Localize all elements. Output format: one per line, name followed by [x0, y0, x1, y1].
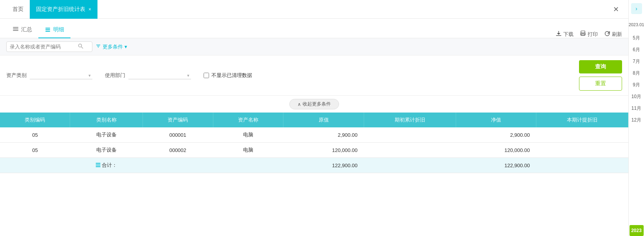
hide-cleared-checkbox[interactable]: [204, 73, 209, 78]
print-button[interactable]: 打印: [580, 30, 598, 38]
col-asset-name: 资产名称: [213, 113, 283, 127]
download-icon: [556, 30, 562, 38]
table-wrap: 类别编码 类别名称 资产编码 资产名称 原值 期初累计折旧 净值 本期计提折旧 …: [0, 113, 628, 236]
chevron-down-icon: ▾: [124, 44, 127, 50]
asset-category-field: 资产类别 ▾: [6, 72, 92, 79]
filter-actions: 查询 重置: [579, 60, 622, 91]
sidebar-month-item[interactable]: 12月: [630, 114, 644, 126]
collapse-button[interactable]: ∧ 收起更多条件: [289, 99, 339, 109]
cell-current-depreciation: [536, 127, 628, 143]
nav-tab-fixed-assets[interactable]: 固定资产折旧统计表 ×: [30, 0, 97, 19]
layers-icon: [13, 27, 19, 33]
more-conditions-toggle[interactable]: 更多条件 ▾: [96, 43, 127, 50]
cell-asset-code: 000001: [143, 127, 213, 143]
svg-rect-8: [581, 34, 584, 36]
total-accum-depreciation: [364, 158, 456, 173]
col-current-depreciation: 本期计提折旧: [536, 113, 628, 127]
cell-asset-name: 电脑: [213, 143, 283, 158]
nav-tab-label: 固定资产折旧统计表: [36, 6, 85, 13]
chevron-up-icon: ∧: [298, 102, 301, 107]
sidebar-year[interactable]: 2023: [630, 225, 644, 236]
col-category-code: 类别编码: [0, 113, 70, 127]
sidebar-collapse-arrow[interactable]: ›: [631, 3, 642, 14]
total-cell-empty2: [143, 158, 213, 173]
reset-button[interactable]: 重置: [579, 77, 622, 91]
sidebar-month-item[interactable]: 8月: [630, 67, 644, 79]
total-net-value: 122,900.00: [456, 158, 536, 173]
cell-current-depreciation: [536, 143, 628, 158]
department-label: 使用部门: [105, 72, 125, 79]
cell-asset-code: 000002: [143, 143, 213, 158]
table-body: 05 电子设备 000001 电脑 2,900.00 2,900.00 05 电…: [0, 127, 628, 173]
tab-detail-label: 明细: [53, 26, 64, 33]
department-field: 使用部门 ▾: [105, 72, 191, 79]
collapse-bar: ∧ 收起更多条件: [0, 95, 628, 113]
sidebar-month-item[interactable]: 7月: [630, 55, 644, 67]
svg-rect-0: [13, 29, 18, 29]
more-conditions-label: 更多条件: [103, 43, 123, 50]
sidebar-month-item[interactable]: 6月: [630, 44, 644, 55]
sidebar-month-item[interactable]: 11月: [630, 102, 644, 114]
tab-summary-label: 汇总: [21, 26, 32, 33]
download-button[interactable]: 下载: [556, 30, 574, 38]
asset-category-label: 资产类别: [6, 72, 27, 79]
svg-rect-1: [13, 30, 18, 31]
tab-detail[interactable]: 明细: [38, 22, 70, 38]
cell-category-code: 05: [0, 143, 70, 158]
download-label: 下载: [563, 31, 574, 38]
cell-accum-depreciation: [364, 127, 456, 143]
query-button[interactable]: 查询: [579, 60, 622, 73]
asset-category-select[interactable]: [30, 72, 92, 79]
sidebar-month-item[interactable]: 5月: [630, 32, 644, 44]
sidebar-months: 5月6月7月8月9月10月11月12月: [630, 32, 644, 126]
total-cell-empty3: [213, 158, 283, 173]
asset-category-select-wrap: ▾: [30, 72, 92, 79]
search-input[interactable]: [10, 44, 76, 50]
filter-icon: [96, 43, 101, 50]
collapse-label: 收起更多条件: [303, 101, 331, 107]
col-asset-code: 资产编码: [143, 113, 213, 127]
refresh-button[interactable]: 刷新: [604, 30, 622, 38]
print-icon: [580, 30, 586, 38]
total-label-cell: ☰ 合计：: [70, 158, 143, 173]
refresh-icon: [604, 30, 610, 38]
cell-net-value: 120,000.00: [456, 143, 536, 158]
cell-original-value: 120,000.00: [283, 143, 364, 158]
col-accum-depreciation: 期初累计折旧: [364, 113, 456, 127]
search-icon: [78, 43, 83, 50]
search-input-wrap[interactable]: [6, 41, 92, 52]
sidebar-month-item[interactable]: 10月: [630, 91, 644, 102]
table-total-row: ☰ 合计： 122,900.00 122,900.00: [0, 158, 628, 173]
table-header-row: 类别编码 类别名称 资产编码 资产名称 原值 期初累计折旧 净值 本期计提折旧: [0, 113, 628, 127]
right-sidebar: › 2023.01 5月6月7月8月9月10月11月12月 2023: [628, 0, 644, 236]
date-label: 2023.01: [630, 19, 644, 30]
svg-point-9: [79, 44, 82, 47]
svg-rect-3: [45, 28, 50, 29]
total-icon: ☰: [96, 162, 101, 168]
filter-area: 资产类别 ▾ 使用部门 ▾ 不显示已清: [0, 55, 628, 95]
col-original-value: 原值: [283, 113, 364, 127]
page-container: 汇总 明细 下载 打: [0, 19, 628, 236]
cell-category-name: 电子设备: [70, 143, 143, 158]
print-label: 打印: [588, 31, 598, 38]
col-net-value: 净值: [456, 113, 536, 127]
total-cell-empty1: [0, 158, 70, 173]
svg-rect-2: [13, 27, 18, 28]
list-icon: [45, 27, 51, 33]
tab-summary[interactable]: 汇总: [6, 22, 38, 38]
table-row: 05 电子设备 000001 电脑 2,900.00 2,900.00: [0, 127, 628, 143]
nav-home[interactable]: 首页: [6, 0, 30, 19]
nav-tab-close-icon[interactable]: ×: [88, 7, 91, 12]
sidebar-month-item[interactable]: 9月: [630, 79, 644, 91]
toolbar: 下载 打印 刷新: [556, 30, 622, 38]
total-current-depreciation: [536, 158, 628, 173]
main-table: 类别编码 类别名称 资产编码 资产名称 原值 期初累计折旧 净值 本期计提折旧 …: [0, 113, 628, 173]
svg-rect-4: [45, 29, 50, 30]
window-close-button[interactable]: ✕: [610, 4, 622, 15]
top-nav: 首页 固定资产折旧统计表 × ✕: [0, 0, 628, 19]
department-select[interactable]: [128, 72, 191, 79]
hide-cleared-label[interactable]: 不显示已清理数据: [211, 72, 252, 79]
svg-rect-5: [45, 31, 50, 32]
table-row: 05 电子设备 000002 电脑 120,000.00 120,000.00: [0, 143, 628, 158]
cell-asset-name: 电脑: [213, 127, 283, 143]
